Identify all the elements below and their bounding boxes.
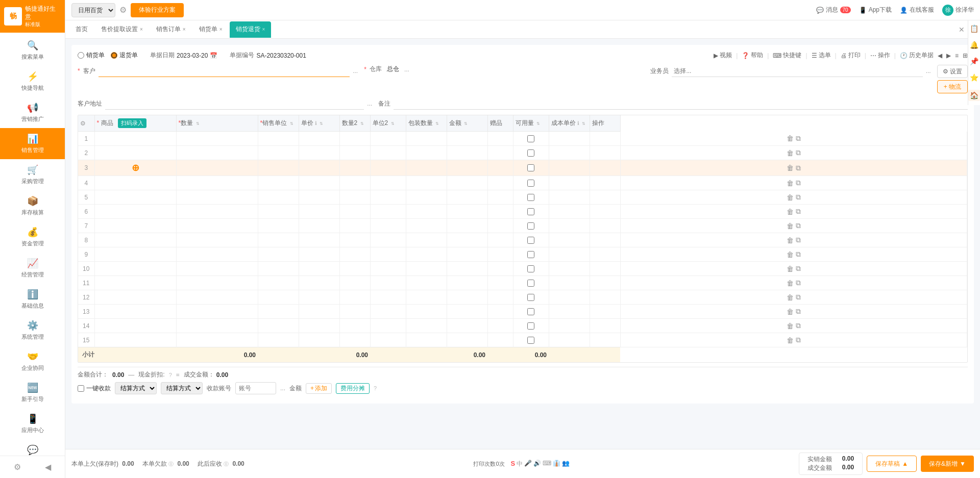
address-picker-icon[interactable]: ...	[367, 100, 372, 107]
radio-sales[interactable]: 销货单	[78, 51, 105, 60]
delete-row-icon-7[interactable]: 🗑	[787, 222, 794, 230]
delete-row-icon-12[interactable]: 🗑	[787, 293, 794, 301]
delete-row-icon-10[interactable]: 🗑	[787, 265, 794, 273]
delete-row-icon-4[interactable]: 🗑	[787, 179, 794, 187]
side-home-icon[interactable]: 🏠	[968, 90, 980, 101]
sidebar-item-7[interactable]: 📈经营管理	[0, 253, 65, 284]
copy-row-icon-9[interactable]: ⧉	[796, 250, 801, 259]
side-pin-icon[interactable]: 📌	[970, 57, 978, 65]
cell-product-14[interactable]	[176, 319, 258, 333]
toolbar-history[interactable]: 🕐 历史单据	[900, 51, 934, 60]
sidebar-item-8[interactable]: ℹ️基础信息	[0, 284, 65, 315]
delete-row-icon-6[interactable]: 🗑	[787, 208, 794, 216]
gift-checkbox-14[interactable]	[527, 322, 534, 330]
copy-row-icon-6[interactable]: ⧉	[796, 207, 801, 216]
side-star-icon[interactable]: ⭐	[970, 73, 978, 82]
sidebar-item-0[interactable]: 🔍搜索菜单	[0, 35, 65, 66]
radio-return[interactable]: 退货单	[111, 51, 138, 60]
gift-checkbox-12[interactable]	[527, 294, 534, 301]
gift-checkbox-2[interactable]	[527, 149, 534, 157]
settlement-select[interactable]: 结算方式	[115, 382, 157, 394]
cell-product-11[interactable]	[176, 276, 258, 290]
copy-row-icon-13[interactable]: ⧉	[796, 307, 801, 316]
gift-checkbox-6[interactable]	[527, 208, 534, 215]
qty2-sort-icon[interactable]: ⇅	[360, 121, 364, 126]
delete-row-icon-13[interactable]: 🗑	[787, 308, 794, 316]
price-sort-icon[interactable]: ⇅	[320, 121, 323, 126]
cell-product-10[interactable]	[176, 262, 258, 276]
delete-row-icon-5[interactable]: 🗑	[787, 193, 794, 202]
tab-2[interactable]: 销售订单×	[150, 21, 192, 38]
copy-row-icon-5[interactable]: ⧉	[796, 193, 801, 202]
toolbar-select[interactable]: ☰ 选单	[812, 51, 831, 60]
tab-close-1[interactable]: ×	[140, 27, 143, 32]
one-click-payment-check[interactable]: 一键收款	[78, 384, 111, 393]
sidebar-item-3[interactable]: 📊销售管理	[0, 128, 65, 159]
product-input-13[interactable]	[179, 308, 256, 315]
copy-row-icon-12[interactable]: ⧉	[796, 293, 801, 301]
experience-btn[interactable]: 体验行业方案	[131, 3, 184, 17]
calc-method-select[interactable]: 结算方式	[161, 382, 203, 394]
copy-row-icon-7[interactable]: ⧉	[796, 221, 801, 230]
expense-split-btn[interactable]: 费用分摊	[336, 383, 370, 394]
cell-product-12[interactable]	[176, 290, 258, 305]
delete-row-icon-11[interactable]: 🗑	[787, 279, 794, 287]
gift-checkbox-11[interactable]	[527, 280, 534, 287]
gift-checkbox-4[interactable]	[527, 180, 534, 187]
sidebar-collapse-icon[interactable]: ◀	[43, 460, 53, 474]
gift-checkbox-9[interactable]	[527, 251, 534, 258]
toolbar-shortcuts[interactable]: ⌨ 快捷键	[773, 51, 801, 60]
product-input-7[interactable]	[179, 222, 256, 230]
save-draft-btn[interactable]: 保存草稿 ▲	[867, 456, 917, 472]
product-input-15[interactable]	[179, 337, 256, 344]
radio-return-input[interactable]	[111, 52, 117, 59]
add-payment-btn[interactable]: + 添加	[306, 383, 332, 394]
cell-product-15[interactable]	[176, 333, 258, 347]
user-item[interactable]: 徐 徐泽华	[942, 5, 974, 16]
pack-sort-icon[interactable]: ⇅	[435, 121, 439, 126]
tab-3[interactable]: 销货单×	[193, 21, 229, 38]
view-list-btn[interactable]: ≡	[955, 52, 959, 59]
product-input-11[interactable]	[179, 280, 256, 287]
settings-btn[interactable]: ⚙ 设置	[937, 65, 968, 78]
logistics-btn[interactable]: + 物流	[937, 80, 968, 93]
bank-account-input[interactable]	[235, 382, 276, 394]
copy-row-icon-1[interactable]: ⧉	[796, 134, 801, 143]
amount-sort-icon[interactable]: ⇅	[464, 121, 468, 126]
sidebar-item-10[interactable]: 🤝企业协同	[0, 346, 65, 377]
tab-close-3[interactable]: ×	[219, 27, 223, 32]
next-doc-btn[interactable]: ▶	[946, 52, 951, 59]
product-input-1[interactable]	[179, 135, 256, 142]
gift-checkbox-10[interactable]	[527, 265, 534, 272]
product-input-9[interactable]	[179, 251, 256, 258]
sidebar-item-2[interactable]: 📢营销推广	[0, 97, 65, 128]
side-clipboard-icon[interactable]: 📋	[970, 24, 978, 33]
industry-select[interactable]: 日用百货	[71, 3, 115, 17]
gift-checkbox-15[interactable]	[527, 337, 534, 344]
product-input-4[interactable]	[179, 180, 256, 187]
product-input-5[interactable]	[179, 194, 256, 201]
cell-product-5[interactable]	[176, 190, 258, 205]
warehouse-picker-icon[interactable]: ...	[404, 66, 409, 73]
toolbar-ops[interactable]: ⋯ 操作	[870, 51, 890, 60]
sidebar-settings-icon[interactable]: ⚙	[12, 460, 23, 474]
cell-product-3[interactable]	[176, 160, 258, 176]
qty-sort-icon[interactable]: ⇅	[196, 121, 200, 126]
prev-doc-btn[interactable]: ◀	[938, 52, 942, 59]
cell-product-8[interactable]	[176, 233, 258, 247]
delete-row-icon-8[interactable]: 🗑	[787, 236, 794, 244]
delete-row-icon-9[interactable]: 🗑	[787, 250, 794, 259]
online-service-item[interactable]: 👤 在线客服	[900, 6, 934, 14]
unit-sort-icon[interactable]: ⇅	[290, 121, 293, 126]
unit2-sort-icon[interactable]: ⇅	[391, 121, 395, 126]
product-input-12[interactable]	[179, 294, 256, 301]
tab-close-4[interactable]: ×	[262, 27, 265, 32]
cell-product-7[interactable]	[176, 219, 258, 233]
side-bell-icon[interactable]: 🔔	[970, 41, 978, 49]
toolbar-help[interactable]: ❓ 帮助	[742, 51, 763, 60]
customer-input[interactable]	[99, 65, 350, 77]
tab-0[interactable]: 首页	[69, 21, 94, 38]
toolbar-video[interactable]: ▶ 视频	[714, 51, 732, 60]
copy-row-icon-11[interactable]: ⧉	[796, 279, 801, 287]
delete-row-icon-14[interactable]: 🗑	[787, 322, 794, 330]
